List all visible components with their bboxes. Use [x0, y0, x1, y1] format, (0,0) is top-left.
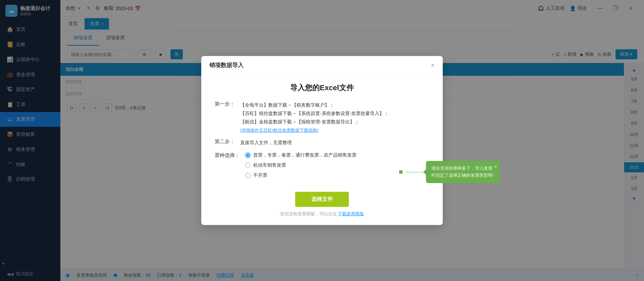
- radio-unchecked-icon-2: [245, 173, 251, 178]
- radio-checked-icon: [245, 153, 251, 158]
- download-template-link[interactable]: 下载发票模版: [338, 211, 364, 216]
- ticket-options: 普票，专票，卷票，通行费发票，农产品销售发票 机动车销售发票 不开票: [245, 152, 357, 178]
- ticket-option-1[interactable]: 机动车销售发票: [245, 162, 357, 168]
- tooltip-connector-dot: [399, 170, 402, 174]
- step1-row: 第一步： 【全电平台】数据下载→【税务数字账户】； 【百旺】税控盘数据下载→【系…: [215, 101, 429, 135]
- step2-content: 直接导入文件，无需整理: [240, 138, 292, 147]
- modal-body: 导入您的Excel文件 第一步： 【全电平台】数据下载→【税务数字账户】； 【百…: [201, 75, 443, 192]
- ticket-type-label: 票种选择：: [215, 152, 240, 178]
- modal-footer: 选择文件 若您没有发票模版，可以点击 下载发票模版: [201, 192, 443, 225]
- modal-header: 销项数据导入 ×: [201, 56, 443, 75]
- radio-unchecked-icon-1: [245, 163, 251, 168]
- step2-label: 第二步：: [215, 138, 235, 147]
- step1-label: 第一步：: [215, 101, 235, 135]
- ticket-option-0[interactable]: 普票，专票，卷票，通行费发票，农产品销售发票: [245, 152, 357, 158]
- modal-overlay: 销项数据导入 × 导入您的Excel文件 第一步： 【全电平台】数据下载→【税务…: [0, 0, 644, 281]
- select-file-button[interactable]: 选择文件: [295, 192, 349, 207]
- modal-download-hint: 若您没有发票模版，可以点击 下载发票模版: [201, 211, 443, 217]
- tooltip-box: × 现在支持的票种多了，导入发票时别忘了选择正确的发票类型呀!: [426, 161, 500, 183]
- tooltip-close-button[interactable]: ×: [494, 163, 497, 170]
- ticket-type-section: 票种选择： 普票，专票，卷票，通行费发票，农产品销售发票 机动车销售发票 不开票: [215, 152, 429, 178]
- import-modal: 销项数据导入 × 导入您的Excel文件 第一步： 【全电平台】数据下载→【税务…: [201, 56, 443, 225]
- step1-content: 【全电平台】数据下载→【税务数字账户】； 【百旺】税控盘数据下载→【系统设置-系…: [240, 101, 389, 135]
- tooltip-wrapper: × 现在支持的票种多了，导入发票时别忘了选择正确的发票类型呀!: [402, 161, 500, 183]
- ticket-option-2[interactable]: 不开票: [245, 172, 357, 178]
- tooltip-line: [406, 172, 426, 172]
- guide-link[interactable]: (详细操作见百旺/航信发票数据下载指南): [240, 128, 318, 133]
- modal-main-title: 导入您的Excel文件: [215, 83, 429, 93]
- step2-row: 第二步： 直接导入文件，无需整理: [215, 138, 429, 147]
- modal-title: 销项数据导入: [209, 61, 244, 69]
- modal-close-button[interactable]: ×: [431, 61, 435, 69]
